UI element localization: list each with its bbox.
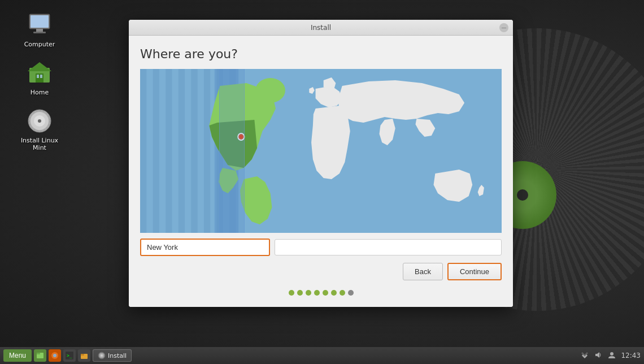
input-area [140, 239, 502, 256]
svg-rect-16 [140, 69, 146, 233]
svg-point-31 [53, 354, 56, 357]
taskbar-browser-icon[interactable] [49, 349, 61, 362]
svg-rect-17 [153, 69, 159, 233]
svg-rect-9 [40, 75, 42, 78]
progress-dots [140, 283, 502, 298]
menu-button[interactable]: Menu [3, 349, 32, 362]
computer-icon [26, 11, 53, 38]
progress-dot-3 [306, 290, 311, 296]
window-titlebar: Install — [129, 20, 513, 36]
taskbar-folder-icon[interactable] [78, 349, 90, 362]
taskbar-files-icon[interactable] [34, 349, 46, 362]
taskbar-time: 12:43 [621, 352, 641, 359]
svg-rect-18 [166, 69, 172, 233]
progress-dot-4 [314, 290, 320, 296]
svg-point-38 [101, 354, 103, 357]
taskbar-sound-icon[interactable] [594, 350, 603, 361]
window-title: Install [311, 24, 331, 32]
back-button[interactable]: Back [403, 263, 443, 280]
progress-dot-7 [340, 290, 345, 296]
window-close-button[interactable]: — [499, 23, 508, 32]
progress-dot-2 [297, 290, 303, 296]
svg-rect-1 [31, 15, 49, 28]
svg-point-27 [240, 135, 243, 138]
desktop-icon-computer[interactable]: Computer [17, 11, 62, 48]
progress-dot-8 [348, 290, 354, 296]
taskbar-user-icon [607, 350, 616, 361]
city-search-input[interactable] [140, 239, 270, 256]
desktop-icon-install[interactable]: Install Linux Mint [17, 107, 62, 151]
taskbar-install-label: Install [108, 352, 127, 359]
svg-point-40 [610, 352, 613, 356]
home-icon [26, 59, 53, 86]
computer-icon-label: Computer [24, 41, 55, 48]
taskbar-install-button[interactable]: Install [93, 349, 132, 362]
desktop-icon-home[interactable]: Home [17, 59, 62, 96]
svg-rect-20 [191, 69, 197, 233]
progress-dot-5 [323, 290, 328, 296]
disk-hole [517, 189, 528, 201]
svg-point-13 [38, 119, 41, 123]
svg-text:>_: >_ [67, 353, 72, 358]
taskbar-network-icon [580, 350, 589, 361]
home-icon-label: Home [31, 89, 49, 96]
taskbar: Menu >_ [0, 347, 644, 364]
svg-rect-8 [37, 75, 39, 78]
svg-marker-6 [28, 62, 51, 71]
svg-rect-19 [179, 69, 185, 233]
desktop-icons-area: Computer Home [17, 11, 62, 151]
svg-rect-2 [36, 29, 43, 32]
install-window: Install — Where are you? [129, 20, 513, 307]
progress-dot-1 [289, 290, 294, 296]
map-svg[interactable] [140, 69, 502, 233]
taskbar-terminal-icon[interactable]: >_ [63, 349, 76, 362]
svg-rect-21 [204, 69, 210, 233]
navigation-buttons: Back Continue [140, 263, 502, 283]
install-icon [26, 107, 53, 135]
progress-dot-6 [331, 290, 337, 296]
page-heading: Where are you? [140, 47, 502, 61]
timezone-secondary-input[interactable] [275, 239, 502, 255]
svg-marker-39 [595, 352, 599, 358]
svg-rect-3 [33, 32, 46, 33]
svg-rect-35 [81, 354, 84, 356]
taskbar-right-area: 12:43 [580, 350, 641, 361]
desktop: Computer Home [0, 0, 644, 364]
svg-rect-29 [37, 353, 40, 354]
world-map[interactable] [140, 69, 502, 233]
install-icon-label: Install Linux Mint [17, 137, 62, 151]
continue-button[interactable]: Continue [447, 263, 502, 280]
window-content: Where are you? [129, 36, 513, 307]
